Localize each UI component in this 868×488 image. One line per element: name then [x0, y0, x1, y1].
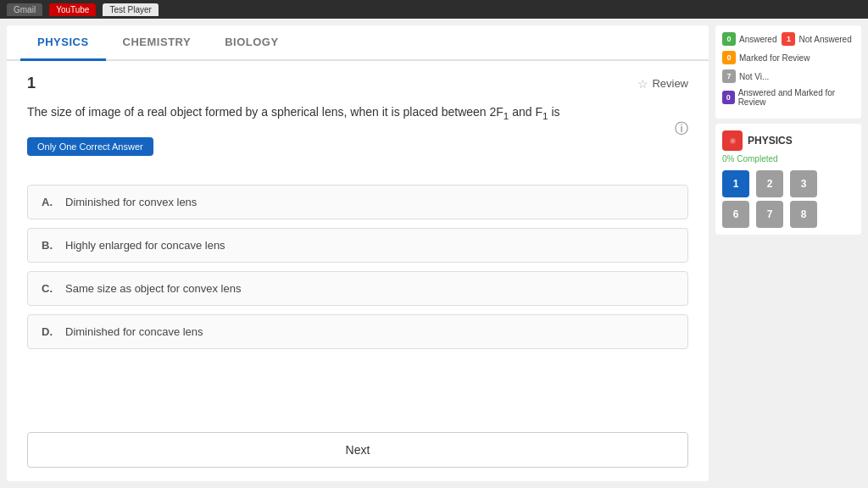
tab-physics[interactable]: PHYSICS: [20, 25, 106, 61]
option-c[interactable]: C. Same size as object for convex lens: [27, 271, 688, 306]
option-d[interactable]: D. Diminished for concave lens: [27, 314, 688, 349]
review-button[interactable]: ☆ Review: [637, 77, 688, 91]
legend-row-2: 0 Marked for Review 7 Not Vi...: [722, 51, 854, 83]
option-b-text: Highly enlarged for concave lens: [65, 239, 225, 252]
q-btn-8[interactable]: 8: [790, 201, 817, 228]
left-panel: PHYSICS CHEMISTRY BIOLOGY 1 ☆ Review The…: [7, 25, 709, 481]
youtube-tab[interactable]: YouTube: [49, 3, 96, 16]
subject-icon: ⚛: [722, 130, 743, 151]
option-a-label: A.: [42, 196, 55, 208]
subject-tabs: PHYSICS CHEMISTRY BIOLOGY: [7, 25, 709, 61]
legend-answered: 0 Answered: [722, 32, 776, 46]
q-btn-1[interactable]: 1: [722, 170, 749, 197]
q-btn-2[interactable]: 2: [756, 170, 783, 197]
option-b[interactable]: B. Highly enlarged for concave lens: [27, 228, 688, 263]
info-icon[interactable]: ⓘ: [675, 120, 688, 138]
star-icon: ☆: [637, 77, 648, 91]
subject-section: ⚛ PHYSICS 0% Completed 1 2 3 6 7 8: [715, 124, 861, 235]
answered-marked-dot: 0: [722, 91, 735, 104]
right-panel: 0 Answered 1 Not Answered 0 Marked for R…: [715, 19, 868, 488]
marked-label: Marked for Review: [739, 53, 810, 63]
q-btn-3[interactable]: 3: [790, 170, 817, 197]
not-answered-label: Not Answered: [798, 35, 851, 44]
option-b-label: B.: [42, 239, 55, 252]
browser-bar: Gmail YouTube Test Player: [0, 0, 868, 19]
not-visited-label: Not Vi...: [739, 72, 769, 81]
option-a-text: Diminished for convex lens: [65, 196, 197, 208]
tab-chemistry[interactable]: CHEMISTRY: [106, 25, 209, 59]
option-d-label: D.: [42, 325, 55, 338]
review-label: Review: [652, 77, 688, 90]
gmail-tab[interactable]: Gmail: [7, 3, 42, 16]
answered-label: Answered: [739, 35, 776, 44]
q-btn-7[interactable]: 7: [756, 201, 783, 228]
tab-biology[interactable]: BIOLOGY: [208, 25, 295, 59]
next-button[interactable]: Next: [27, 432, 688, 468]
not-visited-dot: 7: [722, 69, 736, 83]
only-one-label: Only One Correct Answer: [27, 137, 153, 156]
q-btn-6[interactable]: 6: [722, 201, 749, 228]
option-c-text: Same size as object for convex lens: [65, 282, 241, 295]
subject-progress: 0% Completed: [722, 154, 854, 164]
legend-marked: 0 Marked for Review: [722, 51, 810, 64]
question-text: The size of image of a real object forme…: [27, 103, 688, 124]
question-grid: 1 2 3 6 7 8: [722, 170, 854, 228]
marked-dot: 0: [722, 51, 736, 64]
not-answered-dot: 1: [782, 32, 795, 46]
legend-row-1: 0 Answered 1 Not Answered: [722, 32, 854, 46]
answer-type-badge: Only One Correct Answer ⓘ: [27, 137, 688, 169]
option-a[interactable]: A. Diminished for convex lens: [27, 185, 688, 219]
subject-header: ⚛ PHYSICS: [722, 130, 854, 151]
question-area: 1 ☆ Review The size of image of a real o…: [7, 61, 709, 422]
answered-dot: 0: [722, 32, 736, 46]
q-btn-empty-4: [824, 170, 851, 197]
next-btn-container: Next: [7, 422, 709, 481]
legend-container: 0 Answered 1 Not Answered 0 Marked for R…: [715, 25, 861, 119]
option-c-label: C.: [42, 282, 55, 295]
test-player-tab[interactable]: Test Player: [103, 3, 158, 16]
question-number: 1: [27, 75, 36, 92]
legend-not-answered: 1 Not Answered: [782, 32, 851, 46]
main-container: PHYSICS CHEMISTRY BIOLOGY 1 ☆ Review The…: [0, 19, 868, 488]
legend-row-3: 0 Answered and Marked for Review: [722, 88, 854, 107]
legend-answered-marked: 0 Answered and Marked for Review: [722, 88, 854, 107]
option-d-text: Diminished for concave lens: [65, 325, 203, 338]
legend-not-visited: 7 Not Vi...: [722, 69, 769, 83]
subject-name: PHYSICS: [748, 135, 793, 147]
answered-marked-label: Answered and Marked for Review: [738, 88, 854, 107]
question-header: 1 ☆ Review: [27, 75, 688, 92]
question-text-part1: The size of image of a real object forme…: [27, 105, 560, 119]
